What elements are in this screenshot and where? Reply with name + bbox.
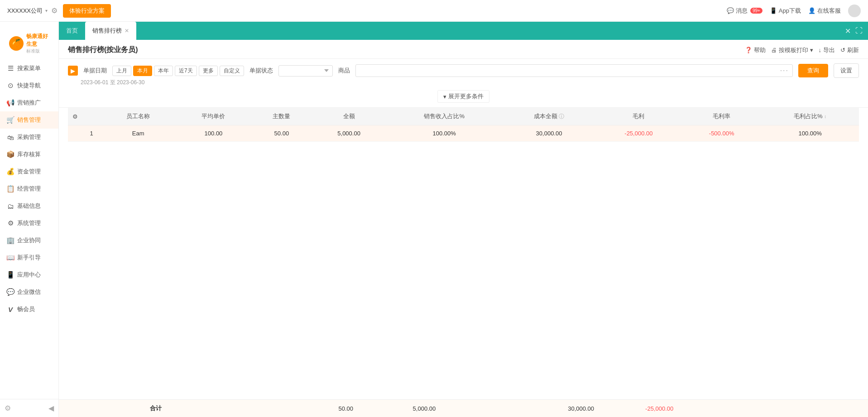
sidebar-item-apps[interactable]: 📱 应用中心: [0, 266, 58, 283]
app-label: App下载: [779, 7, 801, 15]
date-btn-current-month[interactable]: 本月: [133, 66, 152, 76]
footer-cost: 30,000.00: [542, 405, 620, 412]
sidebar-item-guide[interactable]: 📖 新手引导: [0, 249, 58, 266]
sidebar-label-system: 系统管理: [17, 219, 41, 227]
tab-home[interactable]: 首页: [59, 22, 85, 40]
logo-sub-text: 标准版: [26, 48, 49, 54]
avatar[interactable]: [848, 5, 861, 17]
refresh-btn[interactable]: ↺ 刷新: [840, 46, 859, 54]
more-conditions-label: 展开更多条件: [448, 92, 484, 101]
date-btn-more[interactable]: 更多: [199, 66, 218, 76]
table-footer: 合计 50.00 5,000.00 30,000.00 -25,000.00: [59, 399, 868, 417]
export-label: 导出: [823, 46, 835, 54]
maximize-icon[interactable]: ⛶: [855, 27, 863, 35]
status-label: 单据状态: [249, 67, 273, 75]
gross-pct-sort-icon[interactable]: ↕: [824, 114, 826, 119]
sidebar-item-sales[interactable]: 🛒 销售管理: [0, 111, 58, 129]
message-icon: 💬: [727, 7, 734, 14]
date-btn-prev-month[interactable]: 上月: [112, 66, 131, 76]
cell-rank: 1: [82, 125, 101, 142]
print-btn[interactable]: 🖨 按模板打印 ▾: [771, 46, 813, 54]
sidebar-item-quick-nav[interactable]: ⊙ 快捷导航: [0, 77, 58, 94]
print-label: 按模板打印: [779, 46, 808, 54]
col-amount: 全额: [312, 108, 386, 125]
table-settings-button[interactable]: 设置: [834, 63, 859, 78]
page-header: 销售排行榜(按业务员) ❓ 帮助 🖨 按模板打印 ▾ ↓: [59, 40, 868, 59]
message-btn[interactable]: 💬 消息 99+: [727, 7, 762, 15]
sidebar-item-inventory[interactable]: 📦 库存核算: [0, 146, 58, 163]
goods-label: 商品: [338, 67, 350, 75]
sidebar-item-funds[interactable]: 💰 资金管理: [0, 163, 58, 180]
sidebar-item-purchase[interactable]: 🛍 采购管理: [0, 129, 58, 146]
sidebar-item-search[interactable]: ☰ 搜索菜单: [0, 60, 58, 77]
filter-bar: ▶ 单据日期 上月 本月 本年 近7天 更多 自定义 单据状态: [59, 59, 868, 108]
sidebar-item-operations[interactable]: 📋 经营管理: [0, 180, 58, 197]
settings-icon[interactable]: ⚙: [51, 6, 58, 15]
sidebar-label-member: 畅会员: [17, 305, 35, 313]
home-icon: ⊙: [6, 81, 14, 90]
company-selector[interactable]: XXXXXX公司 ▾: [7, 7, 48, 15]
status-select[interactable]: [278, 65, 333, 77]
service-btn[interactable]: 👤 在线客服: [808, 7, 841, 15]
tab-close-icon[interactable]: ✕: [125, 28, 129, 34]
more-conditions-btn[interactable]: ▾ 展开更多条件: [437, 90, 489, 103]
date-btn-custom[interactable]: 自定义: [220, 66, 244, 76]
sidebar-item-wechat[interactable]: 💬 企业微信: [0, 283, 58, 301]
footer-sum-label: 合计: [150, 404, 228, 412]
filter-expand-icon[interactable]: ▶: [68, 66, 78, 76]
sidebar-label-funds: 资金管理: [17, 168, 41, 176]
page-header-actions: ❓ 帮助 🖨 按模板打印 ▾ ↓ 导出 ↺: [745, 46, 859, 54]
footer-amount: 5,000.00: [385, 405, 463, 412]
sidebar-label-guide: 新手引导: [17, 254, 41, 262]
top-right: 💬 消息 99+ 📱 App下载 👤 在线客服: [727, 5, 861, 17]
tab-home-label: 首页: [66, 27, 78, 35]
help-icon: ❓: [745, 47, 752, 53]
cell-gross: -25,000.00: [595, 125, 682, 142]
cost-info-icon[interactable]: ⓘ: [559, 113, 564, 120]
goods-input[interactable]: [360, 67, 780, 74]
sidebar-label-base: 基础信息: [17, 202, 41, 210]
guide-icon: 📖: [6, 254, 14, 262]
query-button[interactable]: 查询: [798, 64, 828, 77]
goods-dots-icon[interactable]: ···: [780, 67, 789, 75]
minimize-icon[interactable]: ✕: [845, 27, 851, 35]
col-settings[interactable]: ⚙: [68, 108, 82, 125]
tab-sales-rank[interactable]: 销售排行榜 ✕: [85, 22, 136, 40]
goods-input-wrapper: ···: [355, 64, 793, 77]
sidebar-label-inventory: 库存核算: [17, 150, 41, 158]
sidebar-item-system[interactable]: ⚙ 系统管理: [0, 215, 58, 232]
expand-icon: ▾: [443, 93, 446, 100]
bottom-collapse-icon[interactable]: ◀: [48, 404, 54, 412]
cell-avg-price: 100.00: [176, 125, 251, 142]
sidebar-label-marketing: 营销推广: [17, 99, 41, 107]
content-area: 首页 销售排行榜 ✕ ✕ ⛶ 销售排行榜(按业务员): [59, 22, 868, 417]
help-btn[interactable]: ❓ 帮助: [745, 46, 766, 54]
sidebar-logo: 🍊 畅康通好生意 标准版: [0, 22, 58, 60]
app-download-btn[interactable]: 📱 App下载: [770, 7, 801, 15]
cell-gross-rate: -500.00%: [682, 125, 761, 142]
system-icon: ⚙: [6, 219, 14, 227]
sidebar-label-enterprise: 企业协同: [17, 236, 41, 244]
sidebar-label-sales: 销售管理: [17, 116, 41, 124]
operations-icon: 📋: [6, 185, 14, 193]
date-label: 单据日期: [83, 67, 107, 75]
funds-icon: 💰: [6, 168, 14, 176]
sidebar-item-enterprise[interactable]: 🏢 企业协同: [0, 232, 58, 249]
col-sales-pct: 销售收入占比%: [386, 108, 503, 125]
inventory-icon: 📦: [6, 150, 14, 158]
bottom-settings-icon[interactable]: ⚙: [5, 404, 11, 412]
nav-tabs: 首页 销售排行榜 ✕ ✕ ⛶: [59, 22, 868, 40]
date-btn-7days[interactable]: 近7天: [175, 66, 197, 76]
cell-cost: 30,000.00: [503, 125, 595, 142]
sidebar-item-marketing[interactable]: 📢 营销推广: [0, 94, 58, 111]
sidebar-label-search: 搜索菜单: [17, 64, 41, 72]
sidebar-item-base[interactable]: 🗂 基础信息: [0, 197, 58, 215]
export-btn[interactable]: ↓ 导出: [819, 46, 835, 54]
service-icon: 👤: [808, 7, 815, 14]
logo-texts: 畅康通好生意 标准版: [26, 33, 49, 54]
megaphone-icon: 📢: [6, 99, 14, 107]
sidebar-item-member[interactable]: V 畅会员: [0, 301, 58, 318]
date-btn-year[interactable]: 本年: [154, 66, 173, 76]
trial-button[interactable]: 体验行业方案: [63, 4, 111, 18]
wechat-icon: 💬: [6, 288, 14, 296]
